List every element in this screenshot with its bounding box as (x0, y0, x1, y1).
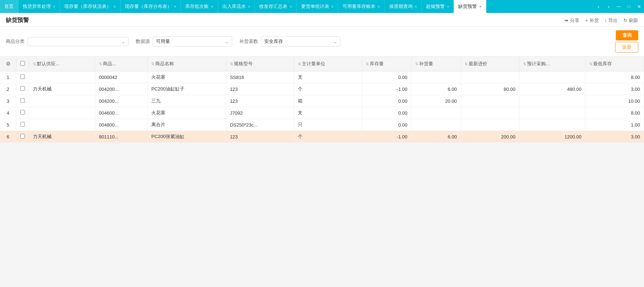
refresh-action[interactable]: ↻ 刷新 (623, 17, 638, 24)
cell-stock-6: -1.00 (362, 131, 411, 143)
nav-item-inventory-status[interactable]: 现存量（库存状况表）× (60, 0, 120, 13)
cell-min-stock-3: 10.00 (585, 95, 644, 107)
export-label: 导出 (608, 17, 618, 24)
filter-action-buttons: 查询 设置 (615, 30, 638, 53)
cell-latest-price-5 (461, 119, 519, 131)
nav-item-in-out-flow[interactable]: 出入库流水× (218, 0, 255, 13)
table-row: 4004600...火花塞J7092支0.008.00 (0, 107, 644, 119)
cell-goods-name-4: 火花塞 (148, 107, 226, 119)
nav-close-batch-account[interactable]: × (211, 4, 213, 9)
cell-latest-price-4 (461, 107, 519, 119)
nav-item-shortage[interactable]: 缺货预警× (454, 0, 486, 13)
cell-goods-name-2: PC200油缸缸子 (148, 83, 226, 95)
nav-item-overstock[interactable]: 超储预警× (422, 0, 454, 13)
row-checkbox-6[interactable] (20, 134, 25, 138)
gear-icon[interactable]: ⚙ (4, 59, 12, 68)
nav-close-receive-summary[interactable]: × (290, 4, 292, 9)
cell-goods-code-2: 004200... (95, 83, 148, 95)
column-header-goods-name: ⇅商品名称 (148, 57, 226, 71)
replenish-label: 补货 (589, 17, 599, 24)
cell-unit-5: 只 (294, 119, 362, 131)
cell-supplier-3 (29, 95, 95, 107)
nav-close-inventory-dist[interactable]: × (174, 4, 176, 9)
nav-close-in-out-flow[interactable]: × (248, 4, 250, 9)
cell-est-purchase-1 (519, 71, 585, 83)
header-actions: ➥ 分享 + 补货 ↓ 导出 ↻ 刷新 (565, 17, 638, 24)
cell-checkbox-4[interactable] (16, 107, 29, 119)
row-checkbox-5[interactable] (20, 122, 25, 127)
replenish-base-filter-group: 补货基数 安全库存 ⌄ (239, 36, 340, 47)
table-header-row: ⚙ ⇅默认供应... ⇅商品... ⇅商品名称 ⇅规格型号 ⇅主计量单位 ⇅库存… (0, 57, 644, 71)
cell-checkbox-1[interactable] (16, 71, 29, 83)
cell-checkbox-3[interactable] (16, 95, 29, 107)
datasource-label: 数据源 (136, 38, 150, 45)
cell-row-index-6: 6 (0, 131, 16, 143)
cell-replenish-4 (411, 107, 461, 119)
nav-left-arrow[interactable]: ‹ (593, 0, 604, 13)
datasource-select-arrow: ⌄ (225, 39, 229, 44)
settings-button[interactable]: 设置 (615, 42, 638, 53)
nav-close-available-ledger[interactable]: × (378, 4, 380, 9)
cell-row-index-4: 4 (0, 107, 16, 119)
column-header-latest-price: ⇅最新进价 (461, 57, 519, 71)
maximize-btn[interactable]: □ (624, 0, 634, 13)
filter-bar: 商品分类 ⌄ 数据源 可用量 ⌄ 补货基数 安全库存 ⌄ 查询 设置 (0, 27, 644, 57)
export-icon: ↓ (605, 18, 607, 23)
cell-checkbox-5[interactable] (16, 119, 29, 131)
nav-right-arrow[interactable]: › (604, 0, 614, 13)
column-header-min-stock: ⇅最低库存 (585, 57, 644, 71)
datasource-select[interactable]: 可用量 ⌄ (153, 36, 232, 47)
nav-close-order-stats[interactable]: × (331, 4, 334, 9)
nav-item-pkl-exception[interactable]: 拣货异常处理× (18, 0, 60, 13)
nav-close-inventory-status[interactable]: × (113, 4, 116, 9)
nav-item-order-stats[interactable]: 要货单统计表× (297, 0, 338, 13)
cell-unit-1: 支 (294, 71, 362, 83)
cell-spec-6: 123 (226, 131, 294, 143)
nav-item-batch-account[interactable]: 库存批次账× (181, 0, 218, 13)
nav-close-pkl-exception[interactable]: × (53, 4, 55, 9)
nav-close-shortage[interactable]: × (479, 4, 481, 9)
row-checkbox-2[interactable] (20, 86, 25, 91)
minimize-btn[interactable]: — (614, 0, 624, 13)
query-button[interactable]: 查询 (616, 30, 638, 40)
shortage-table: ⚙ ⇅默认供应... ⇅商品... ⇅商品名称 ⇅规格型号 ⇅主计量单位 ⇅库存… (0, 57, 644, 143)
cell-stock-2: -1.00 (362, 83, 411, 95)
cell-replenish-3: 20.00 (411, 95, 461, 107)
cell-stock-3: 0.00 (362, 95, 411, 107)
cell-unit-2: 个 (294, 83, 362, 95)
share-icon: ➥ (565, 18, 569, 23)
replenish-base-select[interactable]: 安全库存 ⌄ (261, 36, 340, 47)
cell-goods-name-3: 三九 (148, 95, 226, 107)
cell-supplier-4 (29, 107, 95, 119)
cell-min-stock-2: 3.00 (585, 83, 644, 95)
category-select[interactable]: ⌄ (27, 37, 129, 46)
close-btn[interactable]: ✕ (634, 0, 644, 13)
row-checkbox-4[interactable] (20, 110, 25, 115)
nav-close-overstock[interactable]: × (447, 4, 449, 9)
cell-checkbox-6[interactable] (16, 131, 29, 143)
cell-row-index-3: 3 (0, 95, 16, 107)
cell-goods-name-5: 离合片 (148, 119, 226, 131)
nav-item-receive-summary[interactable]: 收发存汇总表× (255, 0, 296, 13)
select-all-checkbox[interactable] (20, 61, 25, 66)
nav-item-available-ledger[interactable]: 可用量库存账本× (338, 0, 384, 13)
nav-item-home[interactable]: 首页 (0, 0, 18, 13)
nav-close-expiry-query[interactable]: × (415, 4, 417, 9)
export-action[interactable]: ↓ 导出 (605, 17, 618, 24)
column-checkbox (16, 57, 29, 71)
column-header-goods-code: ⇅商品... (95, 57, 148, 71)
cell-spec-3: 123 (226, 95, 294, 107)
replenish-action[interactable]: + 补货 (585, 17, 599, 24)
nav-item-inventory-dist[interactable]: 现存量（库存分布表）× (121, 0, 181, 13)
cell-min-stock-6: 3.00 (585, 131, 644, 143)
cell-spec-1: SS816 (226, 71, 294, 83)
nav-item-expiry-query[interactable]: 保质期查询× (385, 0, 422, 13)
cell-checkbox-2[interactable] (16, 83, 29, 95)
row-checkbox-1[interactable] (20, 74, 25, 79)
share-action[interactable]: ➥ 分享 (565, 17, 579, 24)
cell-latest-price-1 (461, 71, 519, 83)
table-row: 10000042火花塞SS816支0.008.00 (0, 71, 644, 83)
row-checkbox-3[interactable] (20, 98, 25, 103)
cell-unit-4: 支 (294, 107, 362, 119)
refresh-label: 刷新 (629, 17, 638, 24)
